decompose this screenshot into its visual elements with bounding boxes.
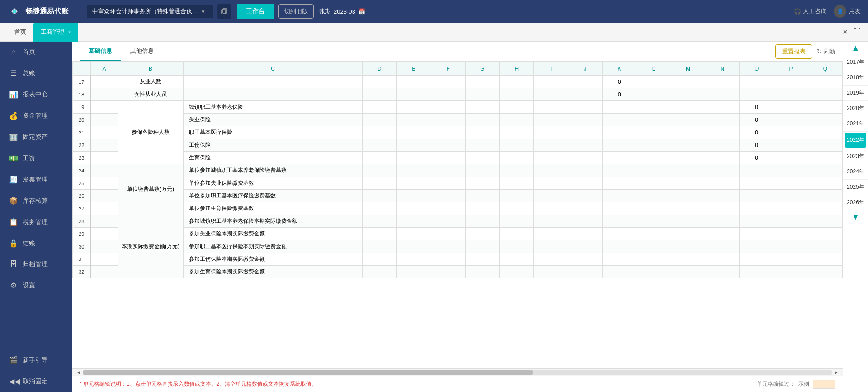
col-i-cell[interactable] <box>534 266 568 278</box>
col-o-cell[interactable]: 0 <box>740 101 774 114</box>
col-l-cell[interactable] <box>637 101 671 114</box>
col-q-cell[interactable] <box>808 88 842 101</box>
col-j-cell[interactable] <box>568 114 603 126</box>
col-a-cell[interactable] <box>91 215 118 228</box>
col-h-cell[interactable] <box>500 190 534 202</box>
col-i-cell[interactable] <box>534 190 568 202</box>
col-p-cell[interactable] <box>774 266 808 278</box>
col-a-cell[interactable] <box>91 114 118 126</box>
col-l-cell[interactable] <box>637 164 671 177</box>
col-h-cell[interactable] <box>500 88 534 101</box>
col-k-cell[interactable]: 0 <box>602 88 637 101</box>
sidebar-item-closing[interactable]: 🔒 结账 <box>0 233 72 254</box>
col-g-cell[interactable] <box>465 164 500 177</box>
table-row[interactable]: 18女性从业人员0 <box>73 88 843 101</box>
table-row[interactable]: 17从业人数0 <box>73 76 843 88</box>
col-l-cell[interactable] <box>637 228 671 240</box>
col-h-cell[interactable] <box>500 139 534 152</box>
col-a-cell[interactable] <box>91 126 118 139</box>
col-o-cell[interactable] <box>740 266 774 278</box>
col-g-cell[interactable] <box>465 139 500 152</box>
col-q-cell[interactable] <box>808 126 842 139</box>
col-e-cell[interactable] <box>396 152 431 164</box>
col-f-cell[interactable] <box>431 253 465 266</box>
col-n-cell[interactable] <box>705 253 740 266</box>
year-item[interactable]: 2022年 <box>845 133 866 148</box>
support-button[interactable]: 🎧 人工咨询 <box>794 7 826 15</box>
col-j-cell[interactable] <box>568 215 603 228</box>
table-row[interactable]: 22工伤保险0 <box>73 139 843 152</box>
col-l-cell[interactable] <box>637 215 671 228</box>
col-f-cell[interactable] <box>431 177 465 190</box>
col-j-cell[interactable] <box>568 177 603 190</box>
col-g-cell[interactable] <box>465 126 500 139</box>
col-p-cell[interactable] <box>774 101 808 114</box>
col-o-cell[interactable] <box>740 253 774 266</box>
col-k-cell[interactable] <box>602 164 637 177</box>
col-p-cell[interactable] <box>774 190 808 202</box>
col-d-cell[interactable] <box>362 253 396 266</box>
col-o-cell[interactable] <box>740 202 774 215</box>
col-f-cell[interactable] <box>431 164 465 177</box>
col-q-cell[interactable] <box>808 114 842 126</box>
col-n-cell[interactable] <box>705 190 740 202</box>
col-d-cell[interactable] <box>362 101 396 114</box>
col-j-cell[interactable] <box>568 228 603 240</box>
tab-other-info[interactable]: 其他信息 <box>121 43 163 61</box>
tab-commerce[interactable]: 工商管理 × <box>33 23 78 42</box>
col-p-cell[interactable] <box>774 152 808 164</box>
col-p-cell[interactable] <box>774 88 808 101</box>
col-f-cell[interactable] <box>431 266 465 278</box>
col-m-cell[interactable] <box>671 240 705 253</box>
table-row[interactable]: 23生育保险0 <box>73 152 843 164</box>
col-d-cell[interactable] <box>362 164 396 177</box>
col-l-cell[interactable] <box>637 114 671 126</box>
col-j-cell[interactable] <box>568 152 603 164</box>
col-g-cell[interactable] <box>465 177 500 190</box>
col-a-cell[interactable] <box>91 228 118 240</box>
col-a-cell[interactable] <box>91 266 118 278</box>
col-m-cell[interactable] <box>671 202 705 215</box>
spreadsheet-scroll-area[interactable]: A B C D E F G H I J K L M <box>72 62 843 368</box>
col-p-cell[interactable] <box>774 215 808 228</box>
col-p-cell[interactable] <box>774 240 808 253</box>
col-m-cell[interactable] <box>671 190 705 202</box>
col-g-cell[interactable] <box>465 228 500 240</box>
col-k-cell[interactable] <box>602 177 637 190</box>
col-h-cell[interactable] <box>500 253 534 266</box>
col-n-cell[interactable] <box>705 152 740 164</box>
col-q-cell[interactable] <box>808 76 842 88</box>
sidebar-item-assets[interactable]: 🏢 固定资产 <box>0 126 72 148</box>
col-d-cell[interactable] <box>362 152 396 164</box>
sidebar-item-funds[interactable]: 💰 资金管理 <box>0 105 72 126</box>
company-selector[interactable]: 中审众环会计师事务所（特殊普通合伙… ▾ <box>87 5 213 18</box>
col-h-cell[interactable] <box>500 228 534 240</box>
sidebar-item-inventory[interactable]: 📦 库存核算 <box>0 190 72 211</box>
col-e-cell[interactable] <box>396 228 431 240</box>
col-n-cell[interactable] <box>705 88 740 101</box>
col-p-cell[interactable] <box>774 228 808 240</box>
col-i-cell[interactable] <box>534 240 568 253</box>
col-m-cell[interactable] <box>671 114 705 126</box>
table-row[interactable]: 27单位参加生育保险缴费基数 <box>73 202 843 215</box>
col-h-cell[interactable] <box>500 126 534 139</box>
old-version-button[interactable]: 切到旧版 <box>278 4 314 19</box>
col-k-cell[interactable] <box>602 228 637 240</box>
col-o-cell[interactable]: 0 <box>740 139 774 152</box>
col-l-cell[interactable] <box>637 88 671 101</box>
col-k-cell[interactable] <box>602 215 637 228</box>
reset-report-button[interactable]: 重置报表 <box>775 44 812 59</box>
col-i-cell[interactable] <box>534 152 568 164</box>
col-f-cell[interactable] <box>431 215 465 228</box>
col-d-cell[interactable] <box>362 76 396 88</box>
col-i-cell[interactable] <box>534 126 568 139</box>
year-item[interactable]: 2024年 <box>843 164 868 180</box>
col-h-cell[interactable] <box>500 177 534 190</box>
col-d-cell[interactable] <box>362 240 396 253</box>
col-l-cell[interactable] <box>637 152 671 164</box>
col-h-cell[interactable] <box>500 164 534 177</box>
table-row[interactable]: 20失业保险0 <box>73 114 843 126</box>
col-n-cell[interactable] <box>705 164 740 177</box>
col-d-cell[interactable] <box>362 215 396 228</box>
col-d-cell[interactable] <box>362 228 396 240</box>
